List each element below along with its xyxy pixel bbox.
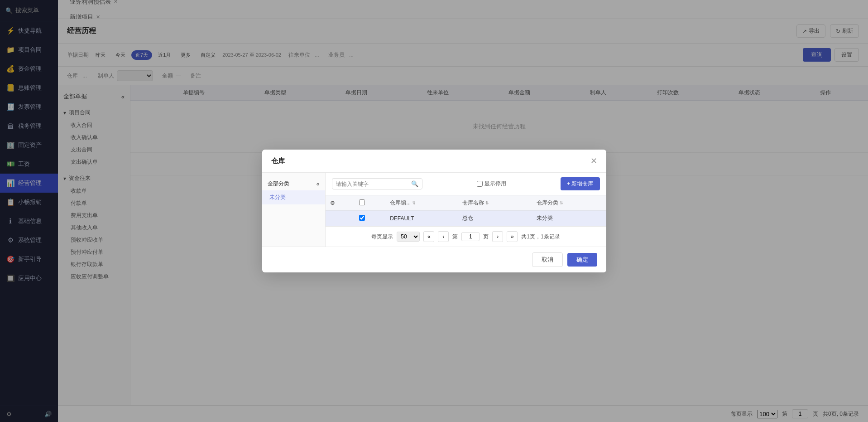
dialog-left-panel: 全部分类 « 未分类 [262,173,326,247]
show-disabled-label: 显示停用 [484,180,506,188]
dialog-toolbar: 🔍 显示停用 + 新增仓库 [326,173,606,195]
dialog-header: 仓库 ✕ [262,150,606,173]
confirm-button[interactable]: 确定 [567,253,597,267]
dialog-col-仓库名称: 仓库名称 ⇅ [458,195,532,211]
dialog-pagination: 每页显示 50 20 100 « ‹ 第 页 › » 共1页，1条记录 [326,226,606,247]
dialog-col-仓库分类: 仓库分类 ⇅ [532,195,606,211]
dialog-col- [355,195,385,211]
row-category: 未分类 [532,211,606,226]
disabled-checkbox-input[interactable] [477,181,483,187]
dialog-right-panel: 🔍 显示停用 + 新增仓库 ⚙仓库编... ⇅仓库名称 ⇅仓库分类 ⇅ [326,173,606,247]
sort-icon: 仓库名称 ⇅ [462,199,489,207]
row-checkbox[interactable] [355,211,385,226]
dialog-page-input[interactable] [461,232,480,241]
dialog-left-item-uncategorized[interactable]: 未分类 [262,190,325,204]
page-suffix-dialog: 页 [483,233,489,241]
dialog-title: 仓库 [271,157,285,165]
dialog-footer: 取消 确定 [262,247,606,272]
warehouse-table-body: DEFAULT 总仓 未分类 [326,211,606,226]
next-page-button[interactable]: › [492,231,503,242]
warehouse-table-header: ⚙仓库编... ⇅仓库名称 ⇅仓库分类 ⇅ [326,195,606,211]
search-container: 🔍 [332,178,422,189]
sort-icon: 仓库编... ⇅ [390,199,416,207]
search-input[interactable] [336,181,408,187]
dialog-per-page-label: 每页显示 [371,233,393,241]
prev-page-button[interactable]: ‹ [438,231,449,242]
dialog-total-label: 共1页，1条记录 [521,233,560,241]
dialog-table: ⚙仓库编... ⇅仓库名称 ⇅仓库分类 ⇅ DEFAULT 总仓 未分类 [326,195,606,226]
dialog-body: 全部分类 « 未分类 🔍 显示停用 + 新增仓库 [262,173,606,247]
dialog-left-header[interactable]: 全部分类 « [262,177,325,190]
warehouse-row-1[interactable]: DEFAULT 总仓 未分类 [326,211,606,226]
last-page-button[interactable]: » [507,231,518,242]
modal-overlay: 仓库 ✕ 全部分类 « 未分类 🔍 [0,0,868,422]
warehouse-dialog: 仓库 ✕ 全部分类 « 未分类 🔍 [262,150,606,272]
add-warehouse-button[interactable]: + 新增仓库 [561,177,599,190]
all-categories-label: 全部分类 [268,180,289,188]
left-collapse-icon[interactable]: « [317,181,320,187]
cancel-button[interactable]: 取消 [532,252,563,267]
dialog-left-items: 未分类 [262,190,325,204]
show-disabled-checkbox[interactable]: 显示停用 [477,180,506,188]
row-name: 总仓 [458,211,532,226]
warehouse-table: ⚙仓库编... ⇅仓库名称 ⇅仓库分类 ⇅ DEFAULT 总仓 未分类 [326,195,606,226]
first-page-button[interactable]: « [423,231,434,242]
row-settings [326,211,355,226]
dialog-per-page-select[interactable]: 50 20 100 [397,232,420,242]
gear-icon[interactable]: ⚙ [330,200,335,206]
dialog-col-仓库编...: 仓库编... ⇅ [385,195,458,211]
sort-icon: 仓库分类 ⇅ [537,199,563,207]
page-prefix: 第 [452,233,458,241]
dialog-col-⚙: ⚙ [326,195,355,211]
dialog-close-button[interactable]: ✕ [590,156,597,166]
search-icon: 🔍 [411,180,418,187]
row-code: DEFAULT [385,211,458,226]
row-check-1[interactable] [359,215,365,221]
select-all-checkbox[interactable] [359,199,365,205]
